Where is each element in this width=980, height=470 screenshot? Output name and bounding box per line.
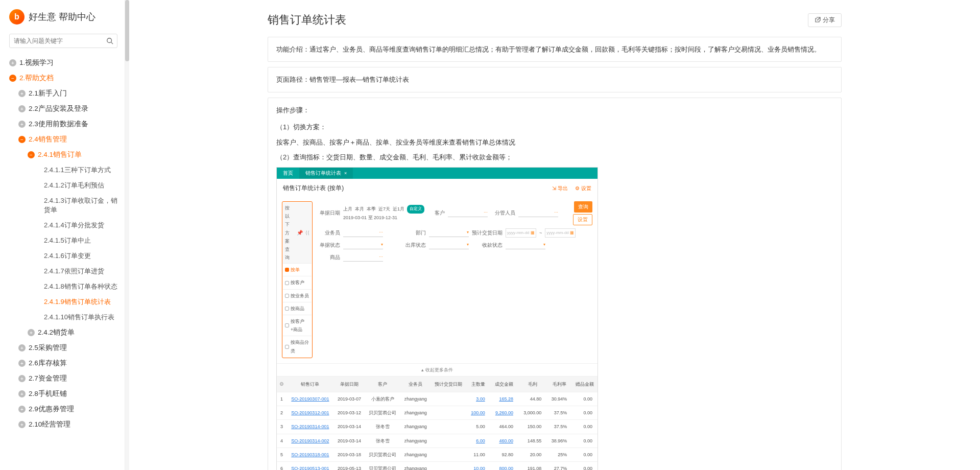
nav-help[interactable]: −2.帮助文档 bbox=[9, 70, 117, 86]
path-card: 页面路径：销售管理—报表—销售订单统计表 bbox=[268, 67, 842, 92]
embedded-screenshot-1: 首页 销售订单统计表× 销售订单统计表 (按单) ⇲ 导出 ⚙ 设置 bbox=[276, 167, 598, 470]
search-input[interactable] bbox=[9, 34, 117, 48]
nav-2-4-1-10[interactable]: 2.4.1.10销售订单执行表 bbox=[9, 310, 117, 325]
brand-title: 好生意 帮助中心 bbox=[29, 11, 95, 23]
expand-icon: + bbox=[28, 329, 35, 336]
ss-date-shortcuts: 上月本月本季近7天近1月 自定义 bbox=[343, 205, 424, 213]
ss-setting: ⚙ 设置 bbox=[575, 184, 591, 193]
expand-icon: + bbox=[18, 121, 26, 128]
page-title: 销售订单统计表 bbox=[268, 12, 346, 28]
logo-icon: b bbox=[9, 9, 25, 25]
step1-label: （1）切换方案： bbox=[276, 121, 833, 133]
ss-more-toggle: ▴ 收起更多条件 bbox=[277, 363, 597, 376]
expand-icon: + bbox=[18, 375, 26, 382]
intro-label: 功能介绍： bbox=[276, 45, 309, 53]
ss-table: ⚙销售订单单据日期客户业务员预计交货日期主数量成交金额毛利毛利率赠品金额 1SO… bbox=[277, 376, 597, 470]
nav-2-3[interactable]: +2.3使用前数据准备 bbox=[9, 116, 117, 132]
nav-2-4-1-3[interactable]: 2.4.1.3订单收取订金，销货单 bbox=[9, 193, 117, 218]
nav-2-4-2[interactable]: +2.4.2销货单 bbox=[9, 325, 117, 340]
nav-2-4-1-9-current[interactable]: 2.4.1.9销售订单统计表 bbox=[9, 294, 117, 310]
nav-2-4-1-2[interactable]: 2.4.1.2订单毛利预估 bbox=[9, 178, 117, 193]
nav-2-4[interactable]: −2.4销售管理 bbox=[9, 132, 117, 147]
ss-scheme-panel: 按以下方案查询📌⟨⟨ 按单按客户按业务员按商品按客户+商品按商品分类 bbox=[282, 201, 313, 358]
steps-card: 操作步骤： （1）切换方案： 按客户、按商品、按客户＋商品、按单、按业务员等维度… bbox=[268, 98, 842, 470]
nav-2-4-1[interactable]: −2.4.1销售订单 bbox=[9, 147, 117, 162]
nav-2-4-1-1[interactable]: 2.4.1.1三种下订单方式 bbox=[9, 162, 117, 178]
nav-2-10[interactable]: +2.10经营管理 bbox=[9, 417, 117, 432]
nav-2-2[interactable]: +2.2产品安装及登录 bbox=[9, 101, 117, 116]
nav-2-4-1-4[interactable]: 2.4.1.4订单分批发货 bbox=[9, 218, 117, 233]
ss-cust-input: ⋯ bbox=[448, 209, 488, 217]
nav-2-8[interactable]: +2.8手机旺铺 bbox=[9, 386, 117, 402]
nav-2-6[interactable]: +2.6库存核算 bbox=[9, 356, 117, 371]
path-text: 销售管理—报表—销售订单统计表 bbox=[309, 76, 409, 83]
nav-video[interactable]: +1.视频学习 bbox=[9, 55, 117, 70]
path-label: 页面路径： bbox=[276, 76, 309, 83]
brand-row: b 好生意 帮助中心 bbox=[9, 9, 117, 25]
close-icon: × bbox=[344, 169, 347, 177]
intro-card: 功能介绍：通过客户、业务员、商品等维度查询销售订单的明细汇总情况；有助于管理者了… bbox=[268, 37, 842, 62]
nav-2-4-1-6[interactable]: 2.4.1.6订单变更 bbox=[9, 248, 117, 264]
nav-2-4-1-7[interactable]: 2.4.1.7依照订单进货 bbox=[9, 264, 117, 279]
share-icon bbox=[815, 17, 821, 23]
share-button[interactable]: 分享 bbox=[808, 13, 842, 27]
expand-icon: + bbox=[18, 390, 26, 397]
expand-icon: + bbox=[18, 406, 26, 413]
expand-icon: + bbox=[18, 105, 26, 112]
ss-tab-home: 首页 bbox=[277, 168, 299, 179]
nav-2-1[interactable]: +2.1新手入门 bbox=[9, 86, 117, 101]
expand-icon: + bbox=[18, 421, 26, 428]
sidebar-scrollbar[interactable] bbox=[125, 0, 129, 470]
intro-text: 通过客户、业务员、商品等维度查询销售订单的明细汇总情况；有助于管理者了解订单成交… bbox=[309, 45, 821, 53]
steps-label: 操作步骤： bbox=[276, 104, 833, 116]
ss-header-title: 销售订单统计表 (按单) bbox=[283, 183, 344, 194]
main-content: 销售订单统计表 分享 功能介绍：通过客户、业务员、商品等维度查询销售订单的明细汇… bbox=[129, 0, 980, 470]
nav-2-4-1-5[interactable]: 2.4.1.5订单中止 bbox=[9, 233, 117, 248]
pin-icon: 📌 bbox=[297, 228, 303, 238]
nav-2-5[interactable]: +2.5采购管理 bbox=[9, 340, 117, 356]
nav-2-7[interactable]: +2.7资金管理 bbox=[9, 371, 117, 386]
step1-text: 按客户、按商品、按客户＋商品、按单、按业务员等维度来查看销售订单总体情况 bbox=[276, 136, 833, 148]
ss-set-button: 设置 bbox=[573, 214, 592, 225]
ss-query-button: 查询 bbox=[574, 201, 592, 213]
nav-tree: +1.视频学习 −2.帮助文档 +2.1新手入门 +2.2产品安装及登录 +2.… bbox=[9, 55, 117, 432]
collapse-icon: ⟨⟨ bbox=[305, 228, 309, 238]
step2-text: （2）查询指标：交货日期、数量、成交金额、毛利、毛利率、累计收款金额等； bbox=[276, 151, 833, 163]
ss-tab-active: 销售订单统计表× bbox=[299, 168, 353, 179]
ss-export: ⇲ 导出 bbox=[552, 184, 568, 193]
expand-icon: + bbox=[18, 344, 26, 351]
svg-point-0 bbox=[107, 38, 112, 43]
collapse-icon: − bbox=[28, 151, 35, 158]
expand-icon: + bbox=[9, 59, 16, 66]
expand-icon: + bbox=[18, 90, 26, 97]
expand-icon: + bbox=[18, 360, 26, 367]
ss-mgr-input: ⋯ bbox=[518, 209, 558, 217]
collapse-icon: − bbox=[9, 75, 16, 82]
collapse-icon: − bbox=[18, 136, 26, 143]
nav-2-4-1-8[interactable]: 2.4.1.8销售订单各种状态 bbox=[9, 279, 117, 294]
nav-2-9[interactable]: +2.9优惠券管理 bbox=[9, 402, 117, 417]
search-icon bbox=[106, 37, 113, 44]
svg-line-1 bbox=[111, 42, 113, 44]
search-box bbox=[9, 34, 117, 48]
sidebar: b 好生意 帮助中心 +1.视频学习 −2.帮助文档 +2.1新手入门 +2.2… bbox=[0, 0, 125, 470]
